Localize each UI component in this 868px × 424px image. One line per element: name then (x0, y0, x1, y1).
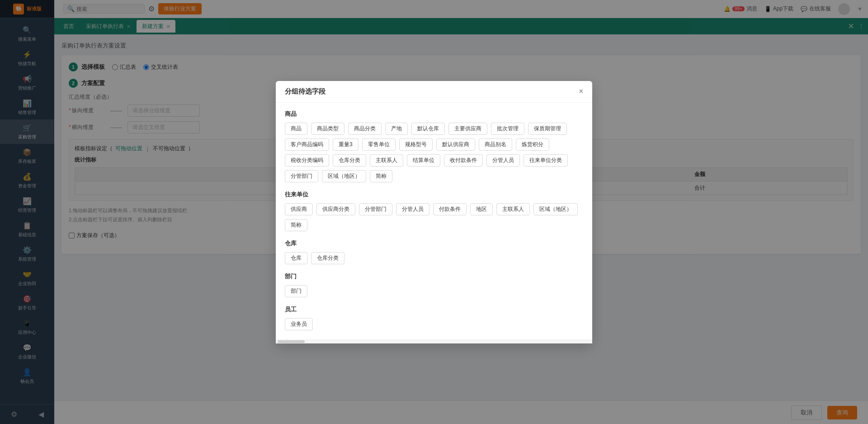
field-group-title-0: 商品 (285, 110, 583, 118)
field-group-2: 仓库仓库仓库分类 (285, 239, 583, 264)
field-tags-0: 商品商品类型商品分类产地默认仓库主要供应商批次管理保质期管理客户商品编码重量3零… (285, 123, 583, 182)
field-tag-4-0[interactable]: 业务员 (285, 318, 313, 330)
field-tag-0-1[interactable]: 商品类型 (311, 123, 344, 135)
field-tag-0-4[interactable]: 默认仓库 (411, 123, 445, 135)
modal-horizontal-scrollbar[interactable] (276, 339, 592, 343)
modal-overlay: 分组待选字段 × 商品商品商品类型商品分类产地默认仓库主要供应商批次管理保质期管… (0, 0, 868, 424)
field-tag-0-12[interactable]: 默认供应商 (436, 138, 475, 151)
field-tags-3: 部门 (285, 285, 583, 297)
field-tag-0-3[interactable]: 产地 (385, 123, 408, 135)
field-tag-0-15[interactable]: 税收分类编码 (285, 154, 329, 167)
field-tag-0-23[interactable]: 区域（地区） (322, 170, 366, 182)
field-tag-2-0[interactable]: 仓库 (285, 252, 307, 264)
field-tag-0-13[interactable]: 商品别名 (479, 138, 512, 151)
field-tag-0-24[interactable]: 简称 (370, 170, 392, 182)
field-group-title-4: 员工 (285, 305, 583, 314)
field-group-3: 部门部门 (285, 272, 583, 297)
modal-body: 商品商品商品类型商品分类产地默认仓库主要供应商批次管理保质期管理客户商品编码重量… (276, 103, 592, 340)
field-tag-0-9[interactable]: 重量3 (333, 138, 359, 151)
field-tag-1-4[interactable]: 付款条件 (433, 203, 467, 215)
field-tag-1-6[interactable]: 主联系人 (496, 203, 530, 215)
field-tag-1-7[interactable]: 区域（地区） (533, 203, 578, 215)
field-tag-0-21[interactable]: 往来单位分类 (524, 154, 568, 167)
field-tag-0-8[interactable]: 客户商品编码 (285, 138, 329, 151)
field-tag-3-0[interactable]: 部门 (285, 285, 307, 297)
field-tag-0-7[interactable]: 保质期管理 (528, 123, 567, 135)
field-tag-1-3[interactable]: 分管人员 (396, 203, 429, 215)
field-tag-0-17[interactable]: 主联系人 (370, 154, 403, 167)
modal-header: 分组待选字段 × (276, 81, 592, 103)
modal-title: 分组待选字段 (285, 87, 326, 96)
field-tags-4: 业务员 (285, 318, 583, 330)
field-group-4: 员工业务员 (285, 305, 583, 330)
modal-close-btn[interactable]: × (579, 88, 583, 95)
field-tags-1: 供应商供应商分类分管部门分管人员付款条件地区主联系人区域（地区）简称 (285, 203, 583, 231)
field-tag-0-18[interactable]: 结算单位 (407, 154, 440, 167)
field-tag-0-16[interactable]: 仓库分类 (333, 154, 366, 167)
field-tag-0-22[interactable]: 分管部门 (285, 170, 318, 182)
field-tags-2: 仓库仓库分类 (285, 252, 583, 264)
field-tag-0-0[interactable]: 商品 (285, 123, 307, 135)
field-tag-1-5[interactable]: 地区 (470, 203, 493, 215)
field-tag-1-1[interactable]: 供应商分类 (316, 203, 355, 215)
field-group-0: 商品商品商品类型商品分类产地默认仓库主要供应商批次管理保质期管理客户商品编码重量… (285, 110, 583, 182)
field-tag-0-14[interactable]: 炼货积分 (516, 138, 549, 151)
field-tag-0-19[interactable]: 收付款条件 (444, 154, 483, 167)
field-group-title-2: 仓库 (285, 239, 583, 248)
field-group-title-3: 部门 (285, 272, 583, 281)
field-group-title-1: 往来单位 (285, 191, 583, 199)
field-group-1: 往来单位供应商供应商分类分管部门分管人员付款条件地区主联系人区域（地区）简称 (285, 191, 583, 231)
field-tag-1-2[interactable]: 分管部门 (359, 203, 392, 215)
field-tag-0-6[interactable]: 批次管理 (491, 123, 524, 135)
field-tag-1-8[interactable]: 简称 (285, 219, 307, 231)
field-tag-0-10[interactable]: 零售单位 (362, 138, 396, 151)
hscroll-thumb[interactable] (278, 340, 305, 343)
field-tag-0-20[interactable]: 分管人员 (486, 154, 520, 167)
field-tag-0-2[interactable]: 商品分类 (348, 123, 382, 135)
field-tag-0-5[interactable]: 主要供应商 (448, 123, 487, 135)
field-tag-0-11[interactable]: 规格型号 (399, 138, 433, 151)
field-tag-1-0[interactable]: 供应商 (285, 203, 313, 215)
field-tag-2-1[interactable]: 仓库分类 (311, 252, 344, 264)
field-select-modal: 分组待选字段 × 商品商品商品类型商品分类产地默认仓库主要供应商批次管理保质期管… (276, 81, 592, 343)
